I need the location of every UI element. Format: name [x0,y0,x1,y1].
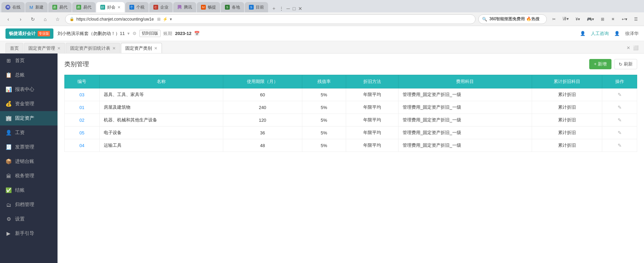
browser-tab-qiye[interactable]: C 企业 [149,2,173,12]
sidebar-item-fund[interactable]: 💰 资金管理 [0,97,58,111]
sidebar-item-fixed-asset[interactable]: 🏢 固定资产 [0,111,58,125]
refresh-label: 刷新 [624,61,633,67]
sidebar-item-ledger[interactable]: 📋 总账 [0,68,58,82]
minimize-icon[interactable]: ─ [287,6,290,11]
browser-tab-yidai1[interactable]: 易 易代 [48,2,72,12]
translate-icon[interactable]: 译▾ [560,15,571,23]
browser-tab-muqian[interactable]: S 目前 [245,2,268,12]
tab-label: 个税 [136,4,144,10]
sidebar-item-purchase-sale[interactable]: 📦 进销台账 [0,154,58,169]
sidebar-item-payroll[interactable]: 👤 工资 [0,125,58,140]
app-tab-label: 首页 [10,45,19,51]
report-icon: 📊 [5,86,12,93]
calendar-icon[interactable]: 📅 [194,31,200,36]
tab-close-icon[interactable]: ✕ [117,5,121,10]
cell-name: 电子设备 [99,127,223,139]
header-right: 👤 人工咨询 👤 徐泽华 [580,31,639,37]
user-name: 徐泽华 [625,31,639,37]
lightning-icon[interactable]: ⚡ [163,17,168,22]
browser-tab-changjie[interactable]: M 畅提 [197,2,220,12]
edit-icon[interactable]: ✎ [618,130,622,135]
bookmark-button[interactable]: ☆ [53,14,62,24]
cell-method: 年限平均 [346,139,399,152]
tab-close-icon[interactable]: ✕ [57,46,61,51]
maximize-icon[interactable]: □ [293,6,295,11]
app-tab-fixed-asset-mgmt[interactable]: 固定资产管理 ✕ [24,43,65,53]
edit-icon[interactable]: ✎ [618,92,622,97]
account-settings-icon[interactable]: ⚙ [132,31,137,36]
cell-action[interactable]: ✎ [602,88,637,101]
reload-button[interactable]: ↻ [28,14,38,24]
forward-button[interactable]: › [16,14,25,24]
edit-icon[interactable]: ✎ [618,143,622,148]
browser-tab-yidai2[interactable]: 易 易代 [72,2,96,12]
search-bar[interactable]: 🔍 360智能抠图免费用 🔥热搜 [478,14,547,24]
address-bar[interactable]: 🔒 https://cloud.chanjet.com/accounting/u… [65,14,476,24]
undo-icon[interactable]: ↩▾ [619,16,630,22]
browser-toolbar: ‹ › ↻ ⌂ ☆ 🔒 https://cloud.chanjet.com/ac… [0,12,644,26]
app-tab-home[interactable]: 首页 [5,43,23,53]
user-avatar: 👤 [614,31,620,36]
tab-window-controls: ✕ ⬜ [627,45,639,50]
maximize-panel-icon[interactable]: ⬜ [633,45,639,50]
cell-accumulated: 累计折旧 [532,127,602,139]
table-row: 01 房屋及建筑物 240 5% 年限平均 管理费用_固定资产折旧_一级 累计折… [65,101,637,114]
cell-period: 60 [223,88,302,101]
browser-tab-haohuiji[interactable]: 好 好会 ✕ [96,2,125,12]
sidebar-item-home[interactable]: ⊞ 首页 [0,53,58,68]
edit-icon[interactable]: ✎ [618,117,622,123]
cell-method: 年限平均 [346,101,399,114]
browser-tab-tencent[interactable]: 腾 腾讯 [173,2,196,12]
sidebar-item-tax[interactable]: 🏛 税务管理 [0,169,58,183]
tab-menu-icon[interactable]: ⋮ [279,6,284,11]
cell-action[interactable]: ✎ [602,127,637,139]
cut-icon[interactable]: ✂ [550,16,558,22]
brightness-icon[interactable]: ☀ [608,16,618,22]
ssl-lock-icon: 🔒 [70,17,74,21]
add-button[interactable]: + 新增 [589,59,611,69]
sidebar-item-invoice[interactable]: 🧾 发票管理 [0,140,58,154]
cell-action[interactable]: ✎ [602,101,637,114]
cell-action[interactable]: ✎ [602,114,637,127]
tab-label: 目前 [256,4,264,10]
home-button[interactable]: ⌂ [40,14,50,24]
sidebar-item-settlement[interactable]: ✅ 结账 [0,183,58,198]
dropdown-icon[interactable]: ▾ [170,17,172,22]
refresh-button[interactable]: ↻ 刷新 [614,59,637,69]
table-body: 03 器具、工具、家具等 60 5% 年限平均 管理费用_固定资产折旧_一级 累… [65,88,637,152]
sidebar-item-archive[interactable]: 🗂 归档管理 [0,198,58,212]
app-tab-depreciation-stats[interactable]: 固定资产折旧统计表 ✕ [66,43,120,53]
site-info-icon[interactable]: ⊞ [157,17,161,22]
browser-tab-gedi[interactable]: S 各地 [221,2,244,12]
app-tab-label: 固定资产折旧统计表 [70,45,110,51]
new-tab-icon[interactable]: ＋ [272,5,276,12]
cell-period: 240 [223,101,302,114]
header-actions: + 新增 ↻ 刷新 [589,59,637,69]
sidebar-item-guide[interactable]: ▶ 新手引导 [0,226,58,241]
account-dropdown-icon[interactable]: ▾ [127,31,130,36]
back-button[interactable]: ‹ [3,14,13,24]
menu-icon[interactable]: ☰ [631,16,641,22]
cell-action[interactable]: ✎ [602,139,637,152]
app-tab-category[interactable]: 固定资产类别 ✕ [121,43,162,53]
tab-close-icon[interactable]: ✕ [154,46,157,51]
browser-tab-online[interactable]: 网 在线 [1,2,25,12]
edit-icon[interactable]: ✎ [618,105,622,110]
close-panel-icon[interactable]: ✕ [627,45,630,50]
browser-tab-new[interactable]: M 新建 [25,2,48,12]
wallet-icon[interactable]: ¥▾ [573,16,583,22]
sidebar-item-settings[interactable]: ⚙ 设置 [0,212,58,226]
game-icon[interactable]: 🎮▾ [584,16,597,22]
browser-tab-geshui[interactable]: 个 个税 [125,2,149,12]
tab-label: 易代 [59,4,67,10]
cell-residual: 5% [302,88,346,101]
cell-expense: 管理费用_固定资产折旧_一级 [399,127,532,139]
grid-icon[interactable]: ⊞ [598,16,607,22]
sidebar-item-report[interactable]: 📊 报表中心 [0,82,58,97]
tab-label: 畅提 [208,4,216,10]
tab-close-icon[interactable]: ✕ [112,46,116,51]
service-label[interactable]: 人工咨询 [591,31,609,37]
main-layout: ⊞ 首页 📋 总账 📊 报表中心 💰 资金管理 🏢 固定资产 👤 工资 🧾 发票… [0,53,644,263]
switch-version-btn[interactable]: 切到旧版 [139,30,161,37]
close-window-icon[interactable]: ✕ [298,6,302,11]
